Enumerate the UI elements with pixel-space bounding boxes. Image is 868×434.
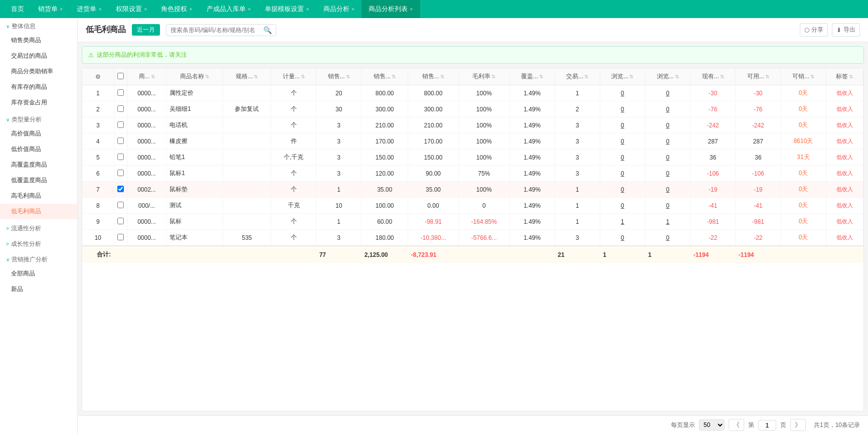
sidebar-item[interactable]: 新品 bbox=[0, 281, 77, 297]
row-checkbox[interactable] bbox=[117, 137, 124, 144]
row-checkbox[interactable] bbox=[117, 186, 124, 192]
th-browse2[interactable]: 浏览...⇅ bbox=[645, 68, 690, 85]
nav-item[interactable]: 商品分析列表× bbox=[362, 0, 420, 18]
nav-item[interactable]: 销货单× bbox=[31, 0, 70, 18]
browse-link[interactable]: 0 bbox=[621, 234, 624, 241]
browse-link[interactable]: 0 bbox=[666, 154, 669, 161]
sidebar-item[interactable]: 高毛利商品 bbox=[0, 188, 77, 204]
next-page-button[interactable]: 》 bbox=[790, 419, 806, 431]
close-icon[interactable]: × bbox=[60, 6, 63, 12]
sidebar-group-title[interactable]: ∨营销推广分析 bbox=[0, 251, 77, 266]
nav-item[interactable]: 商品分析× bbox=[316, 0, 362, 18]
nav-item[interactable]: 单据模板设置× bbox=[258, 0, 316, 18]
row-checkbox[interactable] bbox=[117, 105, 124, 112]
period-button[interactable]: 近一月 bbox=[132, 24, 160, 36]
browse-link[interactable]: 0 bbox=[666, 186, 669, 193]
prev-page-button[interactable]: 《 bbox=[729, 419, 744, 431]
close-icon[interactable]: × bbox=[352, 6, 355, 12]
th-available[interactable]: 可用...⇅ bbox=[736, 68, 781, 85]
browse-link[interactable]: 0 bbox=[666, 106, 669, 113]
row-checkbox[interactable] bbox=[117, 170, 124, 176]
th-sales_profit[interactable]: 销售...⇅ bbox=[408, 68, 459, 85]
th-unit[interactable]: 计量...⇅ bbox=[271, 68, 316, 85]
row-checkbox[interactable] bbox=[117, 202, 124, 208]
sidebar-item[interactable]: 低价值商品 bbox=[0, 141, 77, 157]
browse-link[interactable]: 1 bbox=[621, 218, 624, 225]
nav-item[interactable]: 产成品入库单× bbox=[200, 0, 258, 18]
cell-unit: 个 bbox=[271, 117, 316, 133]
browse-link[interactable]: 0 bbox=[621, 122, 624, 129]
th-name[interactable]: 商品名称⇅ bbox=[166, 68, 223, 85]
browse-link[interactable]: 0 bbox=[621, 106, 624, 113]
nav-item[interactable]: 首页 bbox=[4, 0, 31, 18]
row-checkbox[interactable] bbox=[117, 218, 124, 224]
browse-link[interactable]: 0 bbox=[621, 154, 624, 161]
close-icon[interactable]: × bbox=[410, 6, 413, 12]
sidebar-item[interactable]: 交易过的商品 bbox=[0, 48, 77, 64]
search-input[interactable] bbox=[170, 27, 261, 34]
th-saleable[interactable]: 可销...⇅ bbox=[781, 68, 826, 85]
sidebar-item[interactable]: 低覆盖度商品 bbox=[0, 173, 77, 188]
th-code[interactable]: 商...⇅ bbox=[127, 68, 166, 85]
th-tag[interactable]: 标签⇅ bbox=[826, 68, 863, 85]
share-button[interactable]: ⬡ 分享 bbox=[800, 23, 828, 37]
th-browse1[interactable]: 浏览...⇅ bbox=[600, 68, 645, 85]
row-checkbox[interactable] bbox=[117, 234, 124, 240]
browse-link[interactable]: 0 bbox=[621, 90, 624, 97]
search-icon[interactable]: 🔍 bbox=[263, 26, 272, 34]
sidebar-item[interactable]: 库存资金占用 bbox=[0, 95, 77, 110]
th-trade_count[interactable]: 交易...⇅ bbox=[555, 68, 600, 85]
per-page-select[interactable]: 50 100 200 bbox=[699, 419, 725, 430]
th-spec[interactable]: 规格...⇅ bbox=[223, 68, 271, 85]
select-all-checkbox[interactable] bbox=[117, 73, 124, 79]
browse-link[interactable]: 0 bbox=[621, 138, 624, 145]
sidebar-item[interactable]: 低毛利商品 bbox=[0, 204, 77, 219]
browse-link[interactable]: 1 bbox=[666, 218, 669, 225]
table-row: 10000...属性定价个20800.00800.00100%1.49%100-… bbox=[82, 85, 863, 101]
browse-link[interactable]: 0 bbox=[666, 234, 669, 241]
browse-link[interactable]: 0 bbox=[621, 186, 624, 193]
nav-item[interactable]: 进货单× bbox=[70, 0, 108, 18]
close-icon[interactable]: × bbox=[248, 6, 251, 12]
close-icon[interactable]: × bbox=[189, 6, 192, 12]
close-icon[interactable]: × bbox=[144, 6, 147, 12]
th-gross_rate[interactable]: 毛利率⇅ bbox=[458, 68, 509, 85]
cell-tag: 低收入 bbox=[826, 101, 863, 117]
sidebar-item[interactable]: 高覆盖度商品 bbox=[0, 157, 77, 173]
browse-link[interactable]: 0 bbox=[621, 170, 624, 177]
sidebar-group-title[interactable]: ∨整体信息 bbox=[0, 18, 77, 33]
sidebar-item[interactable]: 销售类商品 bbox=[0, 33, 77, 48]
row-checkbox[interactable] bbox=[117, 121, 124, 128]
alert-icon: ⚠ bbox=[88, 52, 94, 59]
sidebar-group-title[interactable]: >成长性分析 bbox=[0, 236, 77, 250]
browse-link[interactable]: 0 bbox=[666, 138, 669, 145]
browse-link[interactable]: 0 bbox=[621, 202, 624, 209]
sidebar-group-title[interactable]: >流通性分析 bbox=[0, 220, 77, 235]
browse-link[interactable]: 0 bbox=[666, 202, 669, 209]
close-icon[interactable]: × bbox=[98, 6, 101, 12]
export-button[interactable]: ⬇ 导出 bbox=[832, 23, 860, 37]
cell-unit: 个 bbox=[271, 230, 316, 246]
cell-cover_rate: 1.49% bbox=[509, 101, 555, 117]
page-input[interactable] bbox=[758, 420, 776, 430]
th-sales_price[interactable]: 销售...⇅ bbox=[362, 68, 408, 85]
row-checkbox[interactable] bbox=[117, 89, 124, 96]
th-cover_rate[interactable]: 覆盖...⇅ bbox=[509, 68, 555, 85]
sidebar-item[interactable]: 高价值商品 bbox=[0, 126, 77, 141]
sidebar-item[interactable]: 全部商品 bbox=[0, 266, 77, 281]
sort-icon: ⇅ bbox=[675, 74, 679, 79]
close-icon[interactable]: × bbox=[306, 6, 309, 12]
sidebar-group-title[interactable]: ∨类型量分析 bbox=[0, 111, 77, 126]
sidebar-item[interactable]: 有库存的商品 bbox=[0, 79, 77, 95]
th-sales_qty[interactable]: 销售...⇅ bbox=[316, 68, 362, 85]
browse-link[interactable]: 0 bbox=[666, 170, 669, 177]
th-current_stock[interactable]: 现有...⇅ bbox=[690, 68, 736, 85]
nav-item[interactable]: 角色授权× bbox=[154, 0, 199, 18]
sidebar-item[interactable]: 商品分类助销率 bbox=[0, 64, 77, 79]
browse-link[interactable]: 0 bbox=[666, 90, 669, 97]
settings-icon[interactable]: ⚙ bbox=[95, 73, 101, 80]
nav-item[interactable]: 权限设置× bbox=[109, 0, 154, 18]
cell-current_stock: -30 bbox=[690, 85, 736, 101]
row-checkbox[interactable] bbox=[117, 154, 124, 160]
browse-link[interactable]: 0 bbox=[666, 122, 669, 129]
